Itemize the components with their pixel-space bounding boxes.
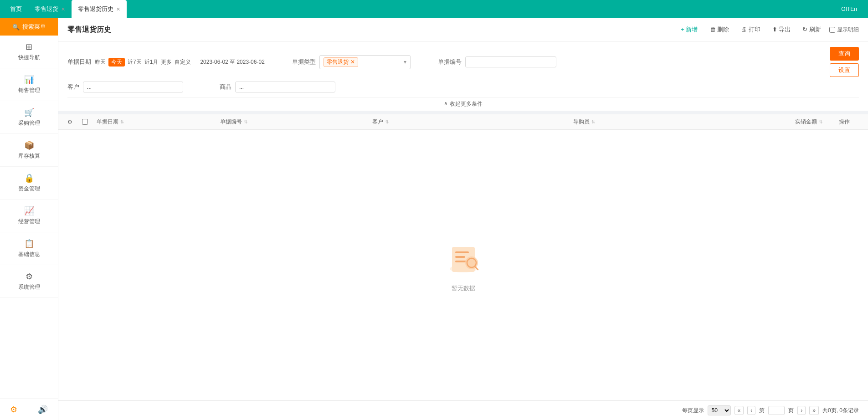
sidebar-item-system[interactable]: ⚙ 系统管理	[0, 265, 58, 298]
tab-retail-return-history[interactable]: 零售退货历史 ✕	[72, 0, 127, 18]
svg-rect-3	[455, 256, 465, 258]
sidebar-footer: ⚙ 🔊	[0, 399, 58, 420]
add-button[interactable]: + 新增	[677, 24, 701, 36]
page-prev-button[interactable]: ‹	[747, 406, 755, 415]
sidebar-item-operations[interactable]: 📈 经营管理	[0, 200, 58, 232]
th-action-label: 操作	[839, 118, 850, 126]
sidebar-item-label: 经营管理	[18, 218, 40, 225]
filter-date-range: 2023-06-02 至 2023-06-02	[200, 58, 264, 66]
type-tag: 零售退货 ✕	[324, 57, 358, 67]
refresh-button[interactable]: ↻ 刷新	[799, 24, 825, 36]
show-detail-checkbox-wrap[interactable]: 显示明细	[829, 26, 859, 34]
shortcut-7days[interactable]: 近7天	[128, 58, 142, 66]
tab-home-label: 首页	[10, 5, 22, 13]
shortcut-yesterday[interactable]: 昨天	[95, 58, 106, 66]
settings-footer-icon[interactable]: ⚙	[10, 405, 17, 415]
tab-retail-return-history-close[interactable]: ✕	[116, 6, 120, 12]
goods-label: 商品	[220, 83, 231, 91]
date-label: 单据日期	[67, 58, 91, 66]
quick-nav-icon: ⊞	[26, 42, 32, 52]
sort-customer-icon: ⇅	[385, 119, 389, 124]
select-all-checkbox[interactable]	[82, 119, 88, 125]
tab-retail-return-close[interactable]: ✕	[61, 6, 65, 12]
print-button[interactable]: 🖨 打印	[737, 24, 764, 36]
th-settings[interactable]: ⚙	[64, 119, 78, 125]
shortcut-more[interactable]: 更多	[161, 58, 172, 66]
goods-input[interactable]	[235, 82, 335, 92]
finance-icon: 🔒	[24, 173, 34, 183]
sidebar-search-button[interactable]: 🔍 搜索菜单	[0, 18, 58, 36]
page-title: 零售退货历史	[67, 25, 111, 35]
query-button[interactable]: 查询	[830, 47, 859, 61]
th-check[interactable]	[78, 119, 93, 125]
pagination-summary: 共0页, 0条记录	[822, 407, 859, 415]
th-customer[interactable]: 客户 ⇅	[369, 118, 570, 126]
per-page-label: 每页显示	[682, 407, 704, 415]
empty-text: 暂无数据	[452, 284, 475, 292]
th-date-label: 单据日期	[97, 118, 118, 126]
type-select[interactable]: 零售退货 ✕ ▾	[319, 55, 411, 69]
table-wrap: ⚙ 单据日期 ⇅ 单据编号 ⇅ 客户 ⇅ 导购员	[58, 114, 868, 400]
docno-input[interactable]	[465, 56, 556, 67]
audio-footer-icon[interactable]: 🔊	[38, 405, 48, 415]
delete-button[interactable]: 🗑 删除	[706, 24, 733, 36]
sort-guide-icon: ⇅	[591, 119, 595, 124]
sidebar-item-purchase[interactable]: 🛒 采购管理	[0, 101, 58, 134]
per-page-select[interactable]: 50 20 100	[708, 405, 731, 415]
export-button[interactable]: ⬆ 导出	[769, 24, 795, 36]
th-date[interactable]: 单据日期 ⇅	[93, 118, 216, 126]
page-label-suffix: 页	[788, 407, 794, 415]
page-first-button[interactable]: «	[734, 406, 744, 415]
sidebar-item-label: 快捷导航	[18, 54, 40, 61]
th-action: 操作	[826, 118, 863, 126]
top-bar: 首页 零售退货 ✕ 零售退货历史 ✕ OfTEn	[0, 0, 868, 18]
customer-label: 客户	[67, 83, 79, 91]
filter-row-2: 客户 商品	[67, 82, 859, 92]
page-next-button[interactable]: ›	[797, 406, 806, 415]
sort-date-icon: ⇅	[120, 119, 124, 124]
th-no-label: 单据编号	[220, 118, 242, 126]
page-input[interactable]: 1	[768, 406, 785, 415]
sidebar-item-label: 基础信息	[18, 251, 40, 258]
sidebar-item-basic-info[interactable]: 📋 基础信息	[0, 232, 58, 265]
show-detail-checkbox[interactable]	[829, 27, 835, 33]
sidebar-item-sales[interactable]: 📊 销售管理	[0, 68, 58, 101]
shortcut-custom[interactable]: 自定义	[175, 58, 191, 66]
tab-retail-return-label: 零售退货	[35, 5, 58, 13]
page-last-button[interactable]: »	[809, 406, 819, 415]
type-select-arrow: ▾	[404, 59, 406, 65]
th-guide[interactable]: 导购员 ⇅	[570, 118, 722, 126]
tab-retail-return[interactable]: 零售退货 ✕	[28, 0, 72, 18]
sidebar-item-inventory[interactable]: 📦 库存核算	[0, 134, 58, 167]
th-guide-label: 导购员	[573, 118, 590, 126]
sales-icon: 📊	[24, 75, 34, 85]
tab-home[interactable]: 首页	[4, 0, 28, 18]
filter-goods: 商品	[220, 82, 335, 92]
shortcut-1month[interactable]: 近1月	[144, 58, 159, 66]
th-amount[interactable]: 实销金额 ⇅	[722, 118, 826, 126]
table-header: ⚙ 单据日期 ⇅ 单据编号 ⇅ 客户 ⇅ 导购员	[58, 114, 868, 130]
type-tag-remove[interactable]: ✕	[350, 59, 355, 65]
query-settings-wrap: 查询 设置	[830, 47, 859, 77]
th-no[interactable]: 单据编号 ⇅	[216, 118, 369, 126]
filter-row-1: 单据日期 昨天 今天 近7天 近1月 更多 自定义 2023-06-02 至 2…	[67, 47, 859, 77]
empty-state: 暂无数据	[58, 130, 868, 400]
show-detail-label: 显示明细	[837, 26, 859, 34]
sidebar-item-quick-nav[interactable]: ⊞ 快捷导航	[0, 36, 58, 68]
settings-button[interactable]: 设置	[830, 63, 859, 77]
toolbar: + 新增 🗑 删除 🖨 打印 ⬆ 导出 ↻ 刷新 显示明细	[677, 24, 859, 36]
th-amount-label: 实销金额	[795, 118, 817, 126]
sidebar-item-label: 库存核算	[18, 152, 40, 160]
collapse-filters-button[interactable]: ∧ 收起更多条件	[67, 97, 859, 111]
sort-no-icon: ⇅	[244, 119, 247, 124]
basic-info-icon: 📋	[24, 239, 34, 249]
customer-input[interactable]	[83, 82, 183, 92]
shortcut-today[interactable]: 今天	[108, 58, 125, 67]
sidebar-item-label: 资金管理	[18, 185, 40, 193]
sidebar-item-finance[interactable]: 🔒 资金管理	[0, 167, 58, 200]
sidebar-item-label: 销售管理	[18, 87, 40, 94]
filter-customer: 客户	[67, 82, 183, 92]
collapse-icon: ∧	[444, 100, 448, 108]
page-header: 零售退货历史 + 新增 🗑 删除 🖨 打印 ⬆ 导出 ↻ 刷新 显示明细	[58, 18, 868, 41]
sort-amount-icon: ⇅	[819, 119, 822, 124]
